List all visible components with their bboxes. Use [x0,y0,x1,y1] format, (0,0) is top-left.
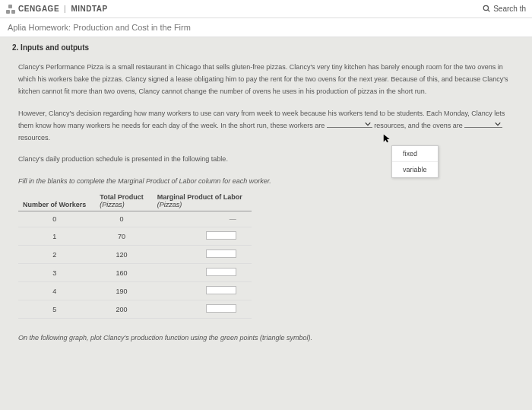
cell-total: 120 [95,246,152,264]
mp-input[interactable] [206,268,236,276]
chevron-down-icon [365,119,371,131]
brand: CENGAGE | MINDTAP [6,5,108,14]
para2-text-c: resources. [18,134,50,141]
question-title: 2. Inputs and outputs [0,37,532,58]
brand-cengage: CENGAGE [18,5,59,13]
table-row: 2 120 [18,246,252,264]
mp-dash: — [230,215,236,223]
cell-workers: 4 [18,282,95,300]
dropdown-ovens[interactable] [464,120,502,128]
table-body: 0 0 — 1 70 2 120 3 160 4 190 [18,211,252,319]
instruction-fill-blanks: Fill in the blanks to complete the Margi… [18,177,514,185]
dropdown-popup: fixed variable [391,145,439,178]
content-area: Clancy's Performance Pizza is a small re… [0,58,532,354]
chevron-down-icon [495,119,501,131]
paragraph-3: Clancy's daily production schedule is pr… [18,153,514,165]
cell-mp [153,227,252,246]
paragraph-1: Clancy's Performance Pizza is a small re… [18,61,514,98]
th-marginal-product: Marginal Product of Labor(Pizzas) [153,191,252,211]
mp-input[interactable] [206,304,236,313]
table-row: 3 160 [18,264,252,282]
brand-separator: | [64,5,66,13]
cell-mp [153,282,252,300]
instruction-graph: On the following graph, plot Clancy's pr… [18,334,514,342]
dropdown-option-fixed[interactable]: fixed [392,146,438,161]
cell-workers: 3 [18,264,95,282]
cell-total: 200 [95,300,152,319]
mp-input[interactable] [206,249,236,258]
table-row: 1 70 [18,227,252,246]
cell-workers: 2 [18,246,95,264]
svg-line-1 [488,9,490,11]
cell-total: 160 [95,264,152,282]
assignment-title: Aplia Homework: Production and Cost in t… [0,18,532,37]
cell-mp [153,246,252,264]
dropdown-workers[interactable] [327,120,372,128]
cell-total: 190 [95,282,152,300]
cell-workers: 1 [18,227,95,246]
table-row: 0 0 — [18,211,252,227]
mp-input[interactable] [206,231,236,240]
cengage-logo-icon [6,5,15,14]
cell-mp [153,300,252,319]
table-row: 5 200 [18,300,252,319]
cell-total: 0 [95,211,152,227]
search-icon [483,5,490,14]
search-link[interactable]: Search th [483,5,526,14]
table-row: 4 190 [18,282,252,300]
cell-mp [153,264,252,282]
cell-mp: — [153,211,252,227]
brand-mindtap: MINDTAP [71,5,107,13]
th-total-product: Total Product(Pizzas) [95,191,152,211]
svg-point-0 [483,5,488,10]
cell-workers: 5 [18,300,95,319]
search-label: Search th [493,5,526,13]
para2-text-b: resources, and the ovens are [374,122,464,129]
top-bar: CENGAGE | MINDTAP Search th [0,0,532,18]
cell-total: 70 [95,227,152,246]
mp-input[interactable] [206,286,236,294]
dropdown-option-variable[interactable]: variable [392,161,438,177]
production-table: Number of Workers Total Product(Pizzas) … [18,191,252,319]
cell-workers: 0 [18,211,95,227]
th-workers: Number of Workers [18,191,95,211]
paragraph-2: However, Clancy's decision regarding how… [18,107,514,145]
